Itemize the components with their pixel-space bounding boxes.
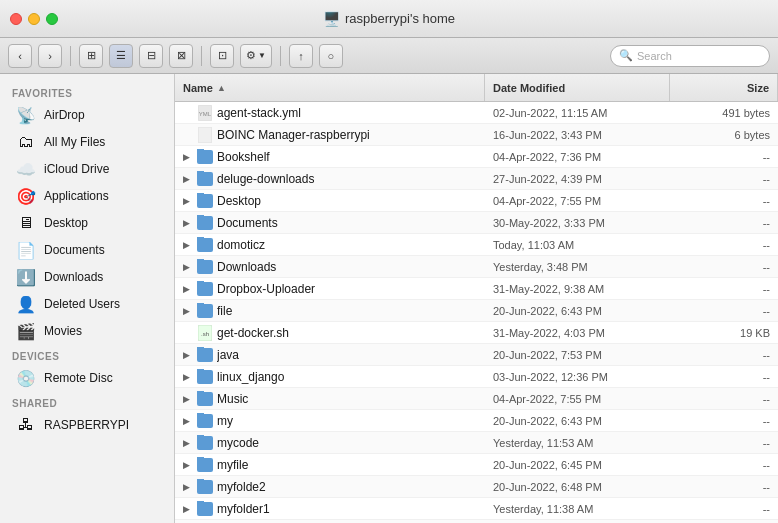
expand-arrow-icon[interactable]: ▶ <box>179 282 193 296</box>
expand-arrow-icon[interactable]: ▶ <box>179 458 193 472</box>
view-list-button[interactable]: ☰ <box>109 44 133 68</box>
file-date-cell: Yesterday, 3:48 PM <box>485 261 670 273</box>
col-header-size[interactable]: Size <box>670 74 778 101</box>
expand-arrow-icon[interactable]: ▶ <box>179 502 193 516</box>
file-size-cell: -- <box>670 481 778 493</box>
sidebar-item-airdrop[interactable]: 📡AirDrop <box>4 102 170 128</box>
view-group-button[interactable]: ⊡ <box>210 44 234 68</box>
table-row[interactable]: ▶Dropbox-Uploader31-May-2022, 9:38 AM-- <box>175 278 778 300</box>
expand-arrow-icon[interactable]: ▶ <box>179 392 193 406</box>
file-type-icon <box>197 303 213 319</box>
sidebar-item-all-my-files[interactable]: 🗂All My Files <box>4 129 170 155</box>
table-row[interactable]: ▶myfolder1Yesterday, 11:38 AM-- <box>175 498 778 520</box>
file-type-icon <box>197 391 213 407</box>
sidebar-item-applications[interactable]: 🎯Applications <box>4 183 170 209</box>
expand-arrow-icon[interactable]: ▶ <box>179 370 193 384</box>
expand-arrow-icon[interactable]: ▶ <box>179 216 193 230</box>
file-row-name-cell: BOINC Manager-raspberrypi <box>175 127 485 143</box>
view-columns-button[interactable]: ⊟ <box>139 44 163 68</box>
window-title: 🖥️ raspberrypi's home <box>323 11 455 27</box>
table-row[interactable]: ▶Music04-Apr-2022, 7:55 PM-- <box>175 388 778 410</box>
col-header-name[interactable]: Name ▲ <box>175 74 485 101</box>
file-date-cell: 04-Apr-2022, 7:36 PM <box>485 151 670 163</box>
view-icons-button[interactable]: ⊞ <box>79 44 103 68</box>
action-button[interactable]: ⚙ ▼ <box>240 44 272 68</box>
file-name-text: agent-stack.yml <box>217 106 301 120</box>
close-button[interactable] <box>10 13 22 25</box>
sidebar-item-deleted-users[interactable]: 👤Deleted Users <box>4 291 170 317</box>
file-name-text: java <box>217 348 239 362</box>
sidebar-item-icloud-drive[interactable]: ☁️iCloud Drive <box>4 156 170 182</box>
forward-icon: › <box>48 50 52 62</box>
file-date-cell: 04-Apr-2022, 7:55 PM <box>485 195 670 207</box>
table-row[interactable]: ▶DownloadsYesterday, 3:48 PM-- <box>175 256 778 278</box>
sidebar-item-documents[interactable]: 📄Documents <box>4 237 170 263</box>
expand-arrow-icon[interactable]: ▶ <box>179 304 193 318</box>
table-row[interactable]: ▶my20-Jun-2022, 6:43 PM-- <box>175 410 778 432</box>
table-row[interactable]: .shget-docker.sh31-May-2022, 4:03 PM19 K… <box>175 322 778 344</box>
table-row[interactable]: ▶Desktop04-Apr-2022, 7:55 PM-- <box>175 190 778 212</box>
file-type-icon <box>197 347 213 363</box>
sidebar-section-label: Shared <box>0 392 174 411</box>
forward-button[interactable]: › <box>38 44 62 68</box>
svg-text:YML: YML <box>199 111 212 117</box>
deleted-users-icon: 👤 <box>16 294 36 314</box>
expand-arrow-icon[interactable]: ▶ <box>179 348 193 362</box>
sidebar-item-raspberrypi[interactable]: 🖧RASPBERRYPI <box>4 412 170 438</box>
table-row[interactable]: ▶domoticzToday, 11:03 AM-- <box>175 234 778 256</box>
file-row-name-cell: ▶my <box>175 413 485 429</box>
expand-arrow-icon[interactable]: ▶ <box>179 238 193 252</box>
expand-arrow-icon[interactable]: ▶ <box>179 150 193 164</box>
view-group-icon: ⊡ <box>218 49 227 62</box>
table-row[interactable]: YMLagent-stack.yml02-Jun-2022, 11:15 AM4… <box>175 102 778 124</box>
table-row[interactable]: ▶mycodeYesterday, 11:53 AM-- <box>175 432 778 454</box>
table-row[interactable]: BOINC Manager-raspberrypi16-Jun-2022, 3:… <box>175 124 778 146</box>
file-type-icon <box>197 479 213 495</box>
expand-arrow-icon[interactable]: ▶ <box>179 436 193 450</box>
toolbar: ‹ › ⊞ ☰ ⊟ ⊠ ⊡ ⚙ ▼ ↑ ○ 🔍 Search <box>0 38 778 74</box>
file-name-text: BOINC Manager-raspberrypi <box>217 128 370 142</box>
expand-arrow-icon <box>179 128 193 142</box>
sidebar-item-desktop[interactable]: 🖥Desktop <box>4 210 170 236</box>
expand-arrow-icon[interactable]: ▶ <box>179 260 193 274</box>
file-date-cell: 20-Jun-2022, 6:43 PM <box>485 415 670 427</box>
tag-button[interactable]: ○ <box>319 44 343 68</box>
file-date-cell: 31-May-2022, 4:03 PM <box>485 327 670 339</box>
table-row[interactable]: ▶Bookshelf04-Apr-2022, 7:36 PM-- <box>175 146 778 168</box>
applications-label: Applications <box>44 189 109 203</box>
search-box[interactable]: 🔍 Search <box>610 45 770 67</box>
view-list-icon: ☰ <box>116 49 126 62</box>
table-row[interactable]: ▶myfolde220-Jun-2022, 6:48 PM-- <box>175 476 778 498</box>
applications-icon: 🎯 <box>16 186 36 206</box>
file-name-text: get-docker.sh <box>217 326 289 340</box>
maximize-button[interactable] <box>46 13 58 25</box>
file-size-cell: 6 bytes <box>670 129 778 141</box>
sidebar-item-movies[interactable]: 🎬Movies <box>4 318 170 344</box>
minimize-button[interactable] <box>28 13 40 25</box>
col-header-date[interactable]: Date Modified <box>485 74 670 101</box>
share-button[interactable]: ↑ <box>289 44 313 68</box>
table-row[interactable]: ▶file20-Jun-2022, 6:43 PM-- <box>175 300 778 322</box>
file-name-text: deluge-downloads <box>217 172 314 186</box>
table-row[interactable]: ▶java20-Jun-2022, 7:53 PM-- <box>175 344 778 366</box>
expand-arrow-icon[interactable]: ▶ <box>179 480 193 494</box>
sidebar-item-downloads[interactable]: ⬇️Downloads <box>4 264 170 290</box>
file-type-icon <box>197 193 213 209</box>
expand-arrow-icon[interactable]: ▶ <box>179 172 193 186</box>
expand-arrow-icon[interactable]: ▶ <box>179 194 193 208</box>
table-row[interactable]: ▶deluge-downloads27-Jun-2022, 4:39 PM-- <box>175 168 778 190</box>
remote-disc-label: Remote Disc <box>44 371 113 385</box>
icloud-drive-icon: ☁️ <box>16 159 36 179</box>
file-name-text: Downloads <box>217 260 276 274</box>
file-size-cell: -- <box>670 349 778 361</box>
table-row[interactable]: ▶myfile20-Jun-2022, 6:45 PM-- <box>175 454 778 476</box>
file-type-icon <box>197 171 213 187</box>
back-button[interactable]: ‹ <box>8 44 32 68</box>
toolbar-sep-2 <box>201 46 202 66</box>
file-size-cell: -- <box>670 415 778 427</box>
view-cover-button[interactable]: ⊠ <box>169 44 193 68</box>
table-row[interactable]: ▶linux_django03-Jun-2022, 12:36 PM-- <box>175 366 778 388</box>
expand-arrow-icon[interactable]: ▶ <box>179 414 193 428</box>
sidebar-item-remote-disc[interactable]: 💿Remote Disc <box>4 365 170 391</box>
table-row[interactable]: ▶Documents30-May-2022, 3:33 PM-- <box>175 212 778 234</box>
